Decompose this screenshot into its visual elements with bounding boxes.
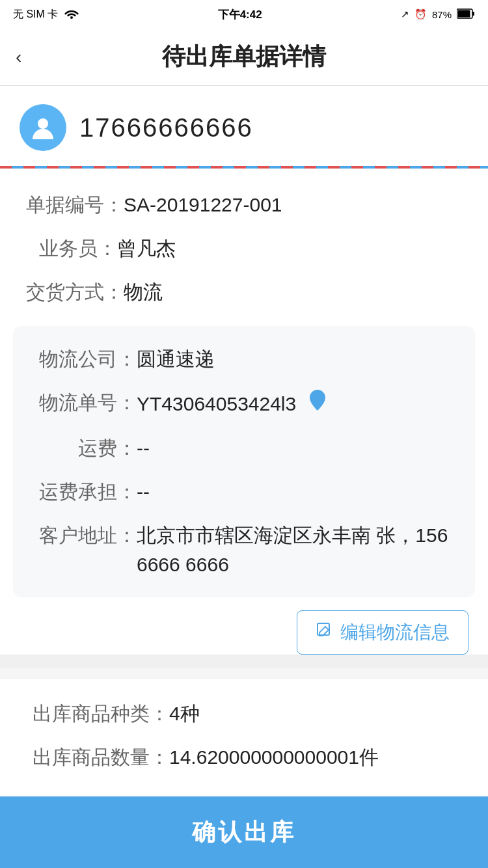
page-title: 待出库单据详情 <box>162 41 326 73</box>
logistics-card: 物流公司： 圆通速递 物流单号： YT43064053424l3 运费： <box>13 326 475 597</box>
edit-icon <box>316 621 334 644</box>
freight-bear-row: 运费承担： -- <box>33 477 455 506</box>
location-status-icon: ↗ <box>401 8 409 20</box>
carrier-label: 无 SIM 卡 <box>13 8 58 21</box>
wifi-icon <box>64 7 79 21</box>
status-time: 下午4:42 <box>218 7 262 22</box>
location-icon[interactable] <box>306 388 329 419</box>
salesperson-row: 业务员： 曾凡杰 <box>26 234 462 263</box>
freight-value: -- <box>137 433 455 463</box>
freight-bear-value: -- <box>137 477 455 506</box>
salesperson-label: 业务员： <box>26 234 117 263</box>
freight-label: 运费： <box>33 433 137 463</box>
goods-types-row: 出库商品种类： 4种 <box>26 699 462 728</box>
address-label: 客户地址： <box>33 521 137 550</box>
svg-rect-1 <box>472 12 474 16</box>
delivery-label: 交货方式： <box>26 277 124 306</box>
logistics-company-label: 物流公司： <box>33 344 137 373</box>
goods-types-value: 4种 <box>169 699 462 728</box>
edit-logistics-label: 编辑物流信息 <box>340 620 450 645</box>
back-button[interactable]: ‹ <box>16 47 21 68</box>
doc-number-value: SA-20191227-001 <box>124 190 462 219</box>
user-icon <box>29 113 57 142</box>
edit-logistics-btn-row: 编辑物流信息 <box>0 597 488 655</box>
address-row: 客户地址： 北京市市辖区海淀区永丰南 张，156 6666 6666 <box>33 521 455 579</box>
doc-number-row: 单据编号： SA-20191227-001 <box>26 190 462 219</box>
logistics-tracking-row: 物流单号： YT43064053424l3 <box>33 388 455 419</box>
customer-header: 17666666666 <box>0 86 488 164</box>
freight-row: 运费： -- <box>33 433 455 463</box>
logistics-tracking-label: 物流单号： <box>33 388 137 417</box>
basic-info-section: 单据编号： SA-20191227-001 业务员： 曾凡杰 交货方式： 物流 <box>0 170 488 326</box>
logistics-outer: 物流公司： 圆通速递 物流单号： YT43064053424l3 运费： <box>0 326 488 655</box>
confirm-button[interactable]: 确认出库 <box>0 796 488 868</box>
customer-phone: 17666666666 <box>79 113 253 142</box>
battery-label: 87% <box>432 9 452 20</box>
gray-separator-1 <box>0 655 488 668</box>
salesperson-value: 曾凡杰 <box>117 234 462 263</box>
delivery-row: 交货方式： 物流 <box>26 277 462 306</box>
goods-quantity-value: 14.620000000000001件 <box>169 742 462 772</box>
svg-point-3 <box>38 118 48 129</box>
dashed-divider <box>0 164 488 170</box>
nav-bar: ‹ 待出库单据详情 <box>0 29 488 86</box>
edit-logistics-button[interactable]: 编辑物流信息 <box>297 610 468 655</box>
status-left: 无 SIM 卡 <box>13 7 79 21</box>
status-bar: 无 SIM 卡 下午4:42 ↗ ⏰ 87% <box>0 0 488 29</box>
logistics-company-row: 物流公司： 圆通速递 <box>33 344 455 373</box>
alarm-icon: ⏰ <box>414 8 427 20</box>
goods-types-label: 出库商品种类： <box>26 699 169 728</box>
goods-quantity-label: 出库商品数量： <box>26 742 169 772</box>
doc-number-label: 单据编号： <box>26 190 124 219</box>
status-right: ↗ ⏰ 87% <box>401 8 475 21</box>
avatar <box>20 104 66 151</box>
battery-icon <box>457 8 475 21</box>
confirm-label: 确认出库 <box>192 817 296 848</box>
address-value: 北京市市辖区海淀区永丰南 张，156 6666 6666 <box>137 521 455 579</box>
goods-quantity-row: 出库商品数量： 14.620000000000001件 <box>26 742 462 772</box>
svg-rect-2 <box>458 10 470 17</box>
logistics-tracking-value: YT43064053424l3 <box>137 388 455 419</box>
freight-bear-label: 运费承担： <box>33 477 137 506</box>
logistics-company-value: 圆通速递 <box>137 344 455 373</box>
delivery-value: 物流 <box>124 277 462 306</box>
